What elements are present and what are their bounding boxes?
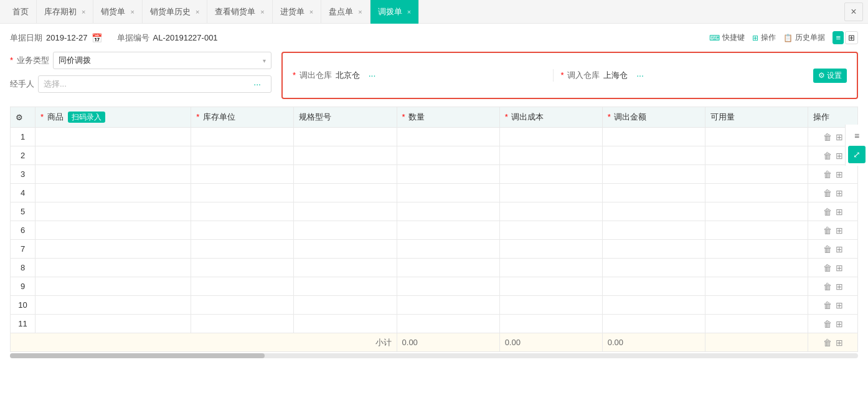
cell-spec[interactable] bbox=[294, 165, 397, 184]
calendar-icon[interactable]: 📅 bbox=[92, 33, 102, 43]
cell-unit[interactable] bbox=[191, 221, 294, 240]
delete-icon[interactable]: 🗑 bbox=[823, 132, 832, 142]
cell-amount[interactable] bbox=[602, 146, 705, 165]
cell-amount[interactable] bbox=[602, 184, 705, 202]
cell-quantity[interactable] bbox=[397, 259, 499, 277]
tab-home[interactable]: 首页 bbox=[5, 0, 37, 24]
grid-view-btn[interactable]: ⊞ bbox=[845, 31, 858, 44]
cell-amount[interactable] bbox=[602, 202, 705, 221]
copy-icon[interactable]: ⊞ bbox=[836, 300, 843, 310]
copy-icon[interactable]: ⊞ bbox=[836, 226, 843, 236]
warehouse-in-more-icon[interactable]: ··· bbox=[631, 70, 649, 80]
horizontal-scrollbar[interactable] bbox=[10, 353, 858, 358]
tab-inventory-init[interactable]: 库存期初 × bbox=[37, 0, 93, 24]
cell-available[interactable] bbox=[705, 240, 808, 259]
cell-amount[interactable] bbox=[602, 277, 705, 296]
business-type-select[interactable]: 同价调拨 ▾ bbox=[53, 52, 271, 69]
delete-icon[interactable]: 🗑 bbox=[823, 319, 832, 329]
cell-unit[interactable] bbox=[191, 277, 294, 296]
cell-amount[interactable] bbox=[602, 296, 705, 315]
cell-quantity[interactable] bbox=[397, 221, 499, 240]
scrollbar-thumb[interactable] bbox=[10, 353, 265, 358]
cell-spec[interactable] bbox=[294, 128, 397, 146]
cell-unit[interactable] bbox=[191, 128, 294, 146]
cell-amount[interactable] bbox=[602, 221, 705, 240]
cell-product[interactable] bbox=[35, 146, 191, 165]
cell-quantity[interactable] bbox=[397, 296, 499, 315]
window-close-button[interactable]: × bbox=[844, 2, 863, 21]
cell-cost[interactable] bbox=[499, 202, 602, 221]
shortcuts-button[interactable]: ⌨ 快捷键 bbox=[709, 32, 745, 43]
history-button[interactable]: 📋 历史单据 bbox=[783, 32, 825, 43]
cell-available[interactable] bbox=[705, 184, 808, 202]
delete-icon[interactable]: 🗑 bbox=[823, 263, 832, 273]
cell-unit[interactable] bbox=[191, 202, 294, 221]
cell-spec[interactable] bbox=[294, 240, 397, 259]
cell-unit[interactable] bbox=[191, 165, 294, 184]
cell-product[interactable] bbox=[35, 128, 191, 146]
tab-inventory-check-close[interactable]: × bbox=[358, 8, 362, 16]
settings-button[interactable]: ⚙ 设置 bbox=[813, 69, 847, 83]
cell-available[interactable] bbox=[705, 146, 808, 165]
cell-spec[interactable] bbox=[294, 146, 397, 165]
copy-icon[interactable]: ⊞ bbox=[836, 244, 843, 254]
delete-icon[interactable]: 🗑 bbox=[823, 282, 832, 292]
cell-cost[interactable] bbox=[499, 128, 602, 146]
cell-spec[interactable] bbox=[294, 296, 397, 315]
sidebar-list-icon[interactable]: ≡ bbox=[848, 127, 866, 145]
copy-icon[interactable]: ⊞ bbox=[836, 207, 843, 217]
cell-unit[interactable] bbox=[191, 259, 294, 277]
delete-icon[interactable]: 🗑 bbox=[823, 188, 832, 198]
summary-copy-icon[interactable]: ⊞ bbox=[836, 338, 843, 348]
cell-amount[interactable] bbox=[602, 315, 705, 333]
cell-available[interactable] bbox=[705, 315, 808, 333]
cell-amount[interactable] bbox=[602, 259, 705, 277]
cell-cost[interactable] bbox=[499, 240, 602, 259]
cell-spec[interactable] bbox=[294, 221, 397, 240]
cell-quantity[interactable] bbox=[397, 202, 499, 221]
cell-unit[interactable] bbox=[191, 315, 294, 333]
cell-amount[interactable] bbox=[602, 165, 705, 184]
delete-icon[interactable]: 🗑 bbox=[823, 226, 832, 236]
cell-spec[interactable] bbox=[294, 184, 397, 202]
cell-unit[interactable] bbox=[191, 296, 294, 315]
cell-quantity[interactable] bbox=[397, 128, 499, 146]
tab-sales-order[interactable]: 销货单 × bbox=[93, 0, 142, 24]
cell-cost[interactable] bbox=[499, 315, 602, 333]
cell-cost[interactable] bbox=[499, 221, 602, 240]
cell-cost[interactable] bbox=[499, 277, 602, 296]
copy-icon[interactable]: ⊞ bbox=[836, 188, 843, 198]
tab-inventory-check[interactable]: 盘点单 × bbox=[321, 0, 370, 24]
delete-icon[interactable]: 🗑 bbox=[823, 244, 832, 254]
operations-button[interactable]: ⊞ 操作 bbox=[752, 32, 776, 43]
cell-product[interactable] bbox=[35, 165, 191, 184]
cell-cost[interactable] bbox=[499, 296, 602, 315]
cell-product[interactable] bbox=[35, 259, 191, 277]
th-settings[interactable]: ⚙ bbox=[11, 107, 35, 128]
table-scroll-area[interactable]: ⚙ * 商品 扫码录入 * 库存单位 规格型号 * bbox=[10, 107, 858, 352]
tab-inventory-init-close[interactable]: × bbox=[82, 8, 85, 16]
summary-delete-icon[interactable]: 🗑 bbox=[823, 338, 832, 348]
tab-purchase[interactable]: 进货单 × bbox=[273, 0, 321, 24]
copy-icon[interactable]: ⊞ bbox=[836, 263, 843, 273]
tab-view-sales-close[interactable]: × bbox=[260, 8, 264, 16]
cell-cost[interactable] bbox=[499, 146, 602, 165]
cell-quantity[interactable] bbox=[397, 277, 499, 296]
manager-select[interactable]: 选择... ··· bbox=[38, 75, 271, 93]
cell-product[interactable] bbox=[35, 184, 191, 202]
delete-icon[interactable]: 🗑 bbox=[823, 207, 832, 217]
cell-quantity[interactable] bbox=[397, 184, 499, 202]
cell-spec[interactable] bbox=[294, 315, 397, 333]
tab-view-sales[interactable]: 查看销货单 × bbox=[207, 0, 272, 24]
copy-icon[interactable]: ⊞ bbox=[836, 282, 843, 292]
cell-product[interactable] bbox=[35, 240, 191, 259]
copy-icon[interactable]: ⊞ bbox=[836, 169, 843, 179]
cell-available[interactable] bbox=[705, 277, 808, 296]
scan-button[interactable]: 扫码录入 bbox=[68, 112, 105, 123]
cell-unit[interactable] bbox=[191, 146, 294, 165]
cell-cost[interactable] bbox=[499, 165, 602, 184]
list-view-btn[interactable]: ≡ bbox=[833, 31, 844, 44]
cell-spec[interactable] bbox=[294, 277, 397, 296]
cell-quantity[interactable] bbox=[397, 146, 499, 165]
cell-quantity[interactable] bbox=[397, 315, 499, 333]
